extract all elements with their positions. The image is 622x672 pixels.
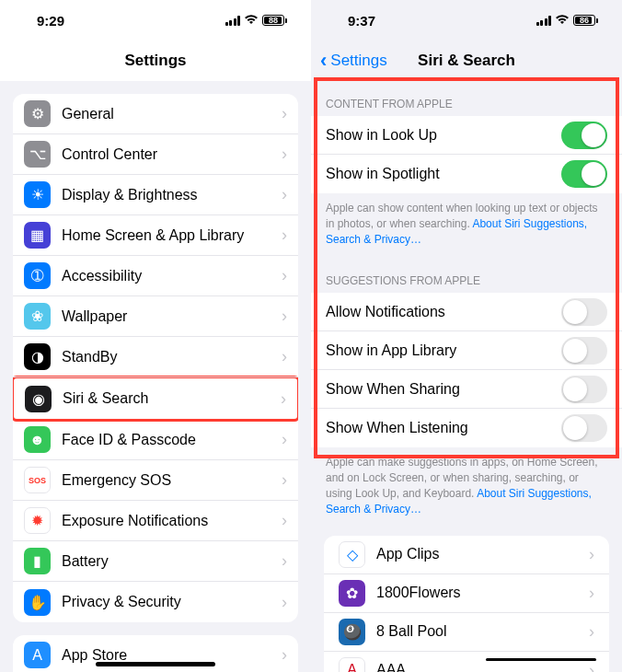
settings-row[interactable]: ☻Face ID & Passcode› [13, 420, 298, 460]
row-icon: ❀ [24, 303, 51, 330]
settings-row[interactable]: ▮Battery› [13, 541, 298, 582]
settings-row[interactable]: ➀Accessibility› [13, 256, 298, 296]
settings-row[interactable]: ⚙General› [13, 94, 298, 134]
toggle-switch[interactable] [561, 160, 607, 188]
status-time: 9:29 [37, 13, 64, 29]
settings-screen: 9:29 88 Settings ⚙General›⌥Control Cente… [0, 0, 311, 672]
chevron-right-icon: › [282, 347, 287, 366]
status-bar: 9:29 88 [0, 0, 311, 41]
section-header: SUGGESTIONS FROM APPLE [311, 258, 622, 293]
chevron-right-icon: › [589, 584, 594, 603]
settings-row[interactable]: ◑StandBy› [13, 337, 298, 377]
siri-search-content[interactable]: CONTENT FROM APPLEShow in Look UpShow in… [311, 81, 622, 672]
settings-row[interactable]: AApp Store› [13, 635, 298, 672]
chevron-right-icon: › [282, 226, 287, 245]
chevron-right-icon: › [282, 593, 287, 612]
toggle-switch[interactable] [561, 414, 607, 442]
battery-icon: 86 [573, 15, 598, 26]
app-icon: ✿ [339, 580, 365, 607]
nav-bar: ‹ Settings Siri & Search [311, 41, 622, 81]
row-icon: ➀ [24, 262, 51, 289]
row-icon: ✹ [24, 507, 51, 534]
row-icon: ⌥ [24, 141, 51, 168]
row-label: Siri & Search [63, 390, 281, 407]
chevron-left-icon: ‹ [320, 51, 327, 71]
app-icon: ◇ [339, 541, 365, 568]
app-label: App Clips [376, 546, 589, 562]
section-footer: Apple can make suggestions in apps, on H… [311, 447, 622, 527]
toggle-row: Allow Notifications [311, 293, 622, 331]
row-label: Exposure Notifications [62, 513, 282, 529]
row-label: Wallpaper [62, 308, 282, 325]
row-label: Face ID & Passcode [62, 432, 282, 448]
row-label: Battery [62, 553, 282, 570]
row-label: StandBy [62, 349, 282, 365]
chevron-right-icon: › [282, 266, 287, 285]
toggle-switch[interactable] [561, 337, 607, 365]
toggle-row: Show in Spotlight [311, 155, 622, 193]
row-label: Emergency SOS [62, 472, 282, 489]
chevron-right-icon: › [282, 307, 287, 326]
chevron-right-icon: › [589, 622, 594, 642]
chevron-right-icon: › [282, 551, 287, 571]
toggle-label: Allow Notifications [326, 304, 561, 320]
status-time: 9:37 [348, 13, 375, 29]
toggle-row: Show When Sharing [311, 370, 622, 409]
settings-row[interactable]: SOSEmergency SOS› [13, 460, 298, 501]
row-label: App Store [62, 647, 282, 664]
toggle-label: Show When Listening [326, 420, 561, 436]
home-indicator[interactable] [96, 662, 215, 666]
toggle-label: Show in Look Up [326, 127, 561, 144]
back-button[interactable]: ‹ Settings [320, 41, 387, 81]
wifi-icon [244, 14, 259, 27]
cellular-icon [225, 16, 241, 26]
settings-row[interactable]: ✋Privacy & Security› [13, 582, 298, 622]
settings-row[interactable]: ⌥Control Center› [13, 134, 298, 175]
row-label: Control Center [62, 146, 282, 163]
row-label: General [62, 106, 282, 122]
section-header: CONTENT FROM APPLE [311, 81, 622, 116]
toggle-row: Show in Look Up [311, 116, 622, 155]
row-label: Accessibility [62, 268, 282, 284]
toggle-switch[interactable] [561, 298, 607, 326]
settings-row[interactable]: ❀Wallpaper› [13, 296, 298, 337]
chevron-right-icon: › [282, 645, 287, 665]
toggle-switch[interactable] [561, 122, 607, 149]
chevron-right-icon: › [281, 389, 286, 409]
chevron-right-icon: › [282, 470, 287, 490]
app-row[interactable]: ✿1800Flowers› [324, 574, 609, 613]
row-icon: ▮ [24, 548, 51, 574]
chevron-right-icon: › [282, 430, 287, 449]
settings-row[interactable]: ✹Exposure Notifications› [13, 501, 298, 541]
app-icon: A [339, 657, 365, 672]
app-label: 8 Ball Pool [376, 623, 589, 640]
row-icon: ◑ [24, 343, 51, 370]
row-icon: ✋ [24, 589, 51, 616]
row-icon: A [24, 642, 51, 668]
app-icon: 🎱 [339, 619, 365, 645]
row-icon: ☻ [24, 426, 51, 453]
row-icon: ◉ [25, 386, 52, 412]
app-row[interactable]: 🎱8 Ball Pool› [324, 613, 609, 652]
app-row[interactable]: AAAA› [324, 652, 609, 672]
chevron-right-icon: › [589, 661, 594, 672]
page-title: Siri & Search [418, 52, 515, 70]
page-title: Settings [124, 52, 186, 70]
row-label: Privacy & Security [62, 594, 282, 610]
nav-bar: Settings [0, 41, 311, 81]
redaction-mark [486, 658, 596, 661]
chevron-right-icon: › [282, 145, 287, 164]
settings-row[interactable]: ◉Siri & Search› [14, 378, 297, 419]
toggle-switch[interactable] [561, 376, 607, 403]
settings-list[interactable]: ⚙General›⌥Control Center›☀Display & Brig… [0, 81, 311, 672]
settings-row[interactable]: ▦Home Screen & App Library› [13, 215, 298, 256]
toggle-label: Show in Spotlight [326, 166, 561, 182]
chevron-right-icon: › [282, 104, 287, 123]
toggle-label: Show When Sharing [326, 381, 561, 398]
app-label: 1800Flowers [376, 585, 589, 601]
toggle-label: Show in App Library [326, 342, 561, 359]
settings-row[interactable]: ☀Display & Brightness› [13, 175, 298, 215]
chevron-right-icon: › [282, 185, 287, 204]
app-row[interactable]: ◇App Clips› [324, 536, 609, 574]
row-icon: ☀ [24, 181, 51, 208]
